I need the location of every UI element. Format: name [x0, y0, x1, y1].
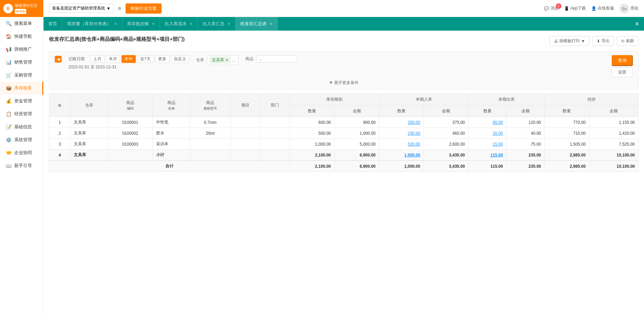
tab-stock-dist[interactable]: 现存量（库存分布表） ✕: [62, 17, 122, 31]
date-btn-more[interactable]: 更多: [155, 55, 169, 63]
cell-opening-qty: 600.00: [290, 117, 334, 128]
sidebar-item-system[interactable]: ⚙️ 系统管理: [0, 133, 43, 146]
col-close-amt: 金额: [589, 105, 638, 117]
message-action[interactable]: 💬 6 消息: [544, 5, 559, 11]
cell-spec: [190, 139, 230, 150]
trial-btn[interactable]: 体验行业方案: [126, 3, 162, 14]
table-row: 3 文具库 0100003 采访本 1,000.00 5,000.00 520.…: [49, 139, 639, 150]
footer-close-qty: 2,985.00: [545, 161, 589, 172]
refresh-icon: ↻: [621, 39, 625, 44]
tab-in-out-summary[interactable]: 出入库汇总 ✕: [198, 17, 235, 31]
footer-in-amt: 3,435.00: [424, 161, 468, 172]
col-out-qty: 数量: [468, 105, 507, 117]
col-settings[interactable]: ⚙: [49, 94, 70, 117]
sidebar-item-sales[interactable]: 📊 销售管理: [0, 56, 43, 69]
sidebar-item-purchase[interactable]: 🛒 采购管理: [0, 69, 43, 82]
online-support-action[interactable]: 👤 在线客服: [591, 5, 614, 11]
sidebar-item-operation[interactable]: 📋 经营管理: [0, 108, 43, 120]
cell-opening-amt: 900.00: [334, 117, 379, 128]
table-container: ⚙ 仓库 商品编码 商品名称 商品规格型号 项目 部门 库存期初 本期入库 本期…: [49, 94, 639, 309]
cell-out-qty[interactable]: 80.00: [468, 117, 507, 128]
settings-icon[interactable]: ⚙: [118, 6, 121, 11]
warehouse-tag: 文具库 ✕: [210, 56, 231, 64]
footer-out-qty: 115.00: [468, 161, 507, 172]
tab-in-out-summary-close[interactable]: ✕: [227, 22, 230, 26]
col-out-amt: 金额: [507, 105, 545, 117]
warehouse-input[interactable]: 文具库 ✕ ...: [207, 55, 238, 65]
cell-out-amt: 235.00: [507, 150, 545, 161]
settings-btn[interactable]: 设置: [612, 67, 633, 77]
tab-batch-account[interactable]: 库存批次账 ✕: [122, 17, 160, 31]
sidebar-item-inventory[interactable]: 📦 库存核算: [0, 82, 43, 95]
cell-out-qty[interactable]: 115.00: [468, 150, 507, 161]
query-btn[interactable]: 查询: [612, 55, 633, 66]
sidebar-item-marketing[interactable]: 📢 营销推广: [0, 43, 43, 56]
footer-row: 合计 2,100.00 6,900.00 1,000.00 3,435.00 1…: [49, 161, 639, 172]
warehouse-tag-close[interactable]: ✕: [225, 58, 229, 63]
logo-icon: 6: [3, 4, 13, 13]
cell-in-amt: 460.00: [424, 128, 468, 139]
col-product-code: 商品编码: [108, 94, 152, 117]
cell-in-qty[interactable]: 1,000.00: [379, 150, 424, 161]
tab-stock-dist-label: 现存量（库存分布表）: [67, 21, 111, 27]
product-input[interactable]: ...: [256, 55, 297, 63]
expand-btn[interactable]: ▼ 展开更多条件: [329, 80, 359, 85]
chevron-down-icon: ▼: [106, 6, 111, 11]
sales-icon: 📊: [5, 60, 12, 65]
sidebar-item-guide[interactable]: 📖 新手引导: [0, 159, 43, 172]
user-action[interactable]: Ea 用友: [620, 4, 639, 13]
cell-spec: 20ml: [190, 128, 230, 139]
product-more[interactable]: ...: [259, 56, 263, 61]
date-btn-this-year[interactable]: 本年: [121, 55, 136, 63]
marketing-icon: 📢: [5, 47, 12, 52]
print-template-btn[interactable]: 🖨 按模板打印 ▼: [549, 36, 590, 46]
filter-collapse-btn[interactable]: ◀: [55, 56, 62, 63]
cell-project: [230, 128, 260, 139]
warehouse-more[interactable]: ...: [232, 58, 235, 63]
cell-out-qty[interactable]: 20.00: [468, 128, 507, 139]
sidebar-item-enterprise[interactable]: 🤝 企业协同: [0, 146, 43, 159]
date-btn-custom[interactable]: 自定义: [171, 55, 189, 63]
export-btn[interactable]: ⬇ 导出: [592, 36, 614, 46]
sidebar-item-finance[interactable]: 💰 资金管理: [0, 95, 43, 108]
cell-in-qty[interactable]: 250.00: [379, 117, 424, 128]
tab-in-out-flow[interactable]: 出入库流水 ✕: [160, 17, 198, 31]
collapse-icon: ◀: [57, 57, 60, 62]
col-in-amt: 金额: [424, 105, 468, 117]
footer-opening-amt: 6,900.00: [334, 161, 379, 172]
page-content: 收发存汇总表(按仓库+商品编码+商品+规格型号+项目+部门) 🖨 按模板打印 ▼…: [44, 31, 644, 314]
tab-in-out-flow-close[interactable]: ✕: [189, 22, 193, 26]
tab-bar-close[interactable]: ✕: [630, 21, 644, 27]
cell-warehouse: 文具库: [70, 117, 108, 128]
cell-project: [230, 139, 260, 150]
date-btn-last-month[interactable]: 上月: [90, 55, 104, 63]
cell-in-qty[interactable]: 520.00: [379, 139, 424, 150]
tab-home[interactable]: 首页: [44, 17, 62, 31]
table-row: 2 文具库 0100002 胶水 20ml 500.00 1,000.00 23…: [49, 128, 639, 139]
system-selector[interactable]: 装备及固定资产辅助管理系统 ▼: [49, 4, 114, 13]
sidebar-item-basic-info[interactable]: 📝 基础信息: [0, 120, 43, 133]
cell-dept: [260, 128, 290, 139]
tab-bar: 首页 现存量（库存分布表） ✕ 库存批次账 ✕ 出入库流水 ✕ 出入库汇总 ✕ …: [44, 17, 644, 31]
cell-in-qty[interactable]: 230.00: [379, 128, 424, 139]
warehouse-filter: 仓库 文具库 ✕ ...: [196, 55, 238, 65]
top-header: 装备及固定资产辅助管理系统 ▼ ⚙ 体验行业方案 💬 6 消息 📱 App下载 …: [44, 0, 644, 17]
tab-batch-account-close[interactable]: ✕: [152, 22, 155, 26]
tab-batch-account-label: 库存批次账: [127, 21, 149, 27]
tab-stock-dist-close[interactable]: ✕: [114, 22, 117, 26]
app-download-action[interactable]: 📱 App下载: [564, 5, 586, 11]
date-btn-7days[interactable]: 近7天: [137, 55, 154, 63]
cell-code: 0100001: [108, 117, 152, 128]
refresh-btn[interactable]: ↻ 刷新: [617, 36, 639, 46]
cell-out-qty[interactable]: 15.00: [468, 139, 507, 150]
tab-recv-send-close[interactable]: ✕: [269, 22, 273, 26]
date-btn-this-month[interactable]: 本月: [106, 55, 120, 63]
footer-out-amt: 235.00: [507, 161, 545, 172]
sidebar-item-quick-nav[interactable]: 🏠 快捷导航: [0, 30, 43, 43]
sidebar-item-search[interactable]: 🔍 搜索菜单: [0, 17, 43, 30]
tab-recv-send[interactable]: 收发存汇总表 ✕: [235, 17, 278, 31]
cell-dept: [260, 117, 290, 128]
cell-close-qty: 710.00: [545, 128, 589, 139]
cell-close-amt: 1,155.00: [589, 117, 638, 128]
table-body: 1 文具库 0100001 中性笔 0.7mm 600.00 900.00 25…: [49, 117, 639, 161]
